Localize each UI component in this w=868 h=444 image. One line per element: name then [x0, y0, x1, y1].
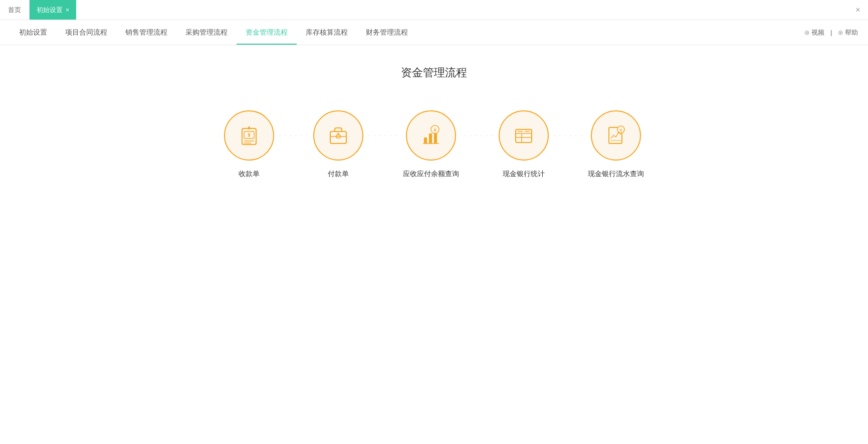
flow-item-payment[interactable]: ¥ 付款单: [313, 110, 363, 179]
receipt-income-icon: ¥: [237, 123, 261, 147]
flow-label-balance: 应收应付余额查询: [403, 170, 459, 179]
nav-item-inventory[interactable]: 库存核算流程: [297, 20, 357, 45]
page-title: 资金管理流程: [401, 65, 467, 80]
close-tab-icon[interactable]: ×: [66, 7, 69, 14]
main-content: 资金管理流程 ¥ 收款单 · · · · · ·: [0, 45, 868, 199]
svg-text:¥: ¥: [433, 127, 436, 132]
help-link[interactable]: ⊙ 帮助: [838, 28, 858, 37]
svg-text:¥: ¥: [248, 132, 251, 138]
svg-text:¥: ¥: [337, 131, 340, 136]
home-tab[interactable]: 首页: [0, 0, 30, 20]
svg-rect-10: [424, 137, 427, 143]
flow-circle-receipt: ¥: [224, 110, 274, 161]
flow-label-receipt: 收款单: [239, 170, 260, 179]
receipt-payment-icon: ¥: [326, 123, 350, 147]
nav-item-fund[interactable]: 资金管理流程: [237, 20, 297, 45]
nav-right: ⊙ 视频 | ⊙ 帮助: [804, 28, 858, 37]
flow-item-balance[interactable]: ¥ 应收应付余额查询: [403, 110, 459, 179]
flow-item-bank-flow[interactable]: ¥ 现金银行流水查询: [588, 110, 644, 179]
nav-bar: 初始设置 项目合同流程 销售管理流程 采购管理流程 资金管理流程 库存核算流程 …: [0, 20, 868, 45]
nav-item-sales[interactable]: 销售管理流程: [116, 20, 176, 45]
flow-circle-bank-stats: [499, 110, 549, 161]
flow-circle-balance: ¥: [406, 110, 456, 161]
flow-label-bank-flow: 现金银行流水查询: [588, 170, 644, 179]
bank-stats-icon: [512, 123, 536, 147]
flow-container: ¥ 收款单 · · · · · · ¥: [133, 110, 735, 179]
active-tab[interactable]: 初始设置 ×: [30, 0, 76, 20]
flow-label-payment: 付款单: [328, 170, 349, 179]
active-tab-label: 初始设置: [37, 6, 63, 15]
flow-circle-bank-flow: ¥: [591, 110, 641, 161]
nav-divider: |: [830, 29, 832, 36]
connector-1: · · · · · ·: [274, 132, 314, 157]
svg-rect-11: [429, 133, 432, 143]
bank-flow-icon: ¥: [604, 123, 628, 147]
nav-item-finance[interactable]: 财务管理流程: [357, 20, 417, 45]
top-bar: 首页 初始设置 × ×: [0, 0, 868, 20]
nav-item-purchase[interactable]: 采购管理流程: [176, 20, 237, 45]
flow-item-receipt[interactable]: ¥ 收款单: [224, 110, 274, 179]
connector-2: · · · · · ·: [363, 132, 403, 157]
nav-item-project-contract[interactable]: 项目合同流程: [56, 20, 116, 45]
connector-3: · · · · · ·: [459, 132, 499, 157]
svg-text:¥: ¥: [620, 128, 622, 132]
close-window-button[interactable]: ×: [848, 0, 868, 20]
nav-item-initial-setup[interactable]: 初始设置: [10, 20, 56, 45]
connector-4: · · · · · ·: [549, 132, 588, 157]
video-link[interactable]: ⊙ 视频: [804, 28, 824, 37]
flow-label-bank-stats: 现金银行统计: [503, 170, 545, 179]
flow-circle-payment: ¥: [313, 110, 363, 161]
balance-query-icon: ¥: [419, 123, 443, 147]
flow-item-bank-stats[interactable]: 现金银行统计: [499, 110, 549, 179]
